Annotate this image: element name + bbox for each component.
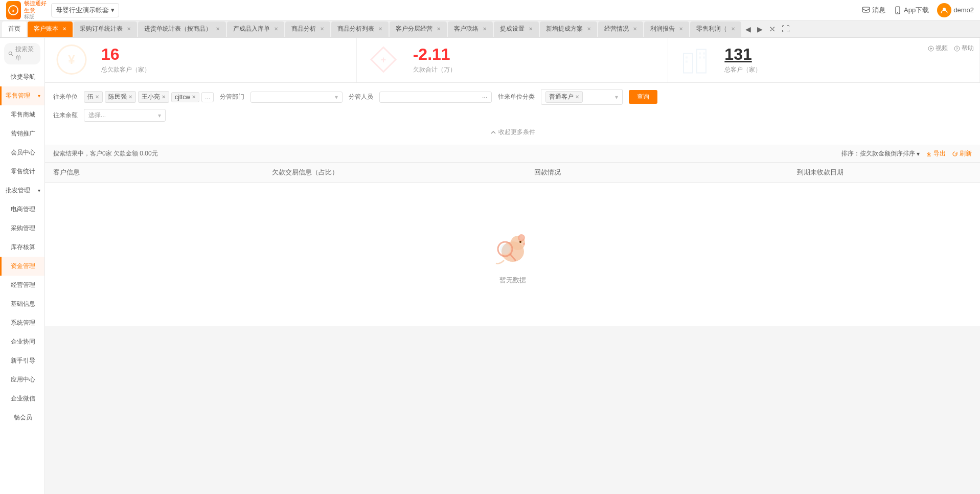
collapse-label: 收起更多条件 <box>498 128 535 137</box>
filter-tag-cjttcw[interactable]: cjttcw ✕ <box>171 92 199 102</box>
tag-close-icon[interactable]: ✕ <box>162 94 166 100</box>
tab-close-icon[interactable]: ✕ <box>274 26 278 32</box>
sidebar-item-operations[interactable]: 经营管理 <box>0 276 44 295</box>
sidebar-item-app-center[interactable]: 应用中心 <box>0 370 44 389</box>
tag-close-icon[interactable]: ✕ <box>575 94 579 100</box>
stat-info-debt-total: -2.11 欠款合计（万） <box>413 46 456 74</box>
sidebar-search-placeholder: 搜索菜单 <box>15 45 36 62</box>
tab-customer-ledger[interactable]: 客户账本 ✕ <box>28 21 73 37</box>
refresh-label: 刷新 <box>960 149 972 158</box>
tab-close-icon[interactable]: ✕ <box>731 26 735 32</box>
tab-business-status[interactable]: 经营情况 ✕ <box>598 21 643 37</box>
sidebar-item-member[interactable]: 会员中心 <box>0 143 44 162</box>
filter-tag-wang[interactable]: 王小亮 ✕ <box>138 91 169 103</box>
refresh-button[interactable]: 刷新 <box>952 149 972 158</box>
tab-nav-prev[interactable]: ◀ <box>742 25 754 33</box>
sidebar-search-area: 搜索菜单 <box>0 38 44 68</box>
filter-tag-wu[interactable]: 伍 ✕ <box>84 91 103 103</box>
tab-inbound-stats[interactable]: 进货单统计表（按商品） ✕ <box>138 21 226 37</box>
tab-close-icon[interactable]: ✕ <box>378 26 382 32</box>
tab-close-icon[interactable]: ✕ <box>633 26 637 32</box>
tab-product-inbound[interactable]: 产成品入库单 ✕ <box>227 21 284 37</box>
tab-customer-contact[interactable]: 客户联络 ✕ <box>448 21 493 37</box>
sidebar-item-basic-info[interactable]: 基础信息 <box>0 295 44 313</box>
account-selector[interactable]: 母婴行业演示帐套 ▾ <box>51 3 119 17</box>
chevron-down-icon: ▾ <box>335 94 338 101</box>
tab-close-icon[interactable]: ✕ <box>127 26 131 32</box>
export-button[interactable]: 导出 <box>926 149 946 158</box>
svg-text:¥: ¥ <box>68 52 75 66</box>
tab-product-analysis[interactable]: 商品分析 ✕ <box>285 21 330 37</box>
filter-dept-select[interactable]: ▾ <box>250 92 343 103</box>
tab-close-icon[interactable]: ✕ <box>62 26 66 32</box>
table-header: 客户信息 欠款交易信息（占比） 回款情况 到期未收款日期 <box>45 163 980 183</box>
tab-business-status-label: 经营情况 <box>604 25 629 33</box>
sidebar-item-system[interactable]: 系统管理 <box>0 313 44 332</box>
chevron-icon: ▾ <box>38 188 40 193</box>
app-download-button[interactable]: App下载 <box>894 6 929 15</box>
tab-nav-next[interactable]: ▶ <box>754 25 766 33</box>
user-menu[interactable]: demo2 <box>937 3 974 17</box>
sort-dropdown[interactable]: 排序：按欠款金额倒序排序 ▾ <box>841 149 920 158</box>
video-label: 视频 <box>936 44 948 53</box>
filter-unit-type-select[interactable]: 普通客户 ✕ ▾ <box>541 89 623 105</box>
sidebar-item-retail[interactable]: 零售管理 ▾ <box>0 86 44 105</box>
tab-add-commission[interactable]: 新增提成方案 ✕ <box>540 21 597 37</box>
tab-home[interactable]: 首页 <box>2 21 27 37</box>
tag-close-icon[interactable]: ✕ <box>192 94 196 100</box>
help-label: 帮助 <box>962 44 974 53</box>
tab-fullscreen[interactable]: ⛶ <box>779 25 793 34</box>
tab-product-analysis-list[interactable]: 商品分析列表 ✕ <box>331 21 389 37</box>
tab-close-icon[interactable]: ✕ <box>437 26 441 32</box>
tab-customer-tier-label: 客户分层经营 <box>396 25 432 33</box>
tab-close-icon[interactable]: ✕ <box>587 26 591 32</box>
sidebar-item-enterprise[interactable]: 企业协同 <box>0 332 44 351</box>
filter-balance-placeholder: 选择... <box>88 111 106 120</box>
filter-balance-label: 往来余额 <box>53 111 78 120</box>
filter-unit-type-tag[interactable]: 普通客户 ✕ <box>545 91 583 103</box>
filter-tag-label: 伍 <box>87 93 94 101</box>
message-button[interactable]: 消息 <box>862 6 885 15</box>
tag-close-icon[interactable]: ✕ <box>128 94 132 100</box>
tab-customer-ledger-label: 客户账本 <box>34 25 58 33</box>
filter-balance-select[interactable]: 选择... ▾ <box>84 109 166 122</box>
tab-close-icon[interactable]: ✕ <box>320 26 324 32</box>
tab-customer-tier[interactable]: 客户分层经营 ✕ <box>390 21 447 37</box>
sidebar-item-retail-mall[interactable]: 零售商城 <box>0 105 44 124</box>
stat-info-total-customers: 131 总客户（家） <box>724 46 761 74</box>
filter-tag-chen[interactable]: 陈民强 ✕ <box>105 91 136 103</box>
query-button[interactable]: 查询 <box>629 90 657 104</box>
sidebar-item-ecommerce[interactable]: 电商管理 <box>0 200 44 219</box>
tab-close-icon[interactable]: ✕ <box>529 26 533 32</box>
sidebar-item-finance[interactable]: 资金管理 <box>0 257 44 276</box>
empty-icon <box>490 223 536 270</box>
tab-nav-close-all[interactable]: ⤬ <box>766 24 779 34</box>
tab-commission-settings[interactable]: 提成设置 ✕ <box>494 21 539 37</box>
sidebar-item-quick-nav[interactable]: 快捷导航 <box>0 68 44 86</box>
sidebar-item-label: 零售统计 <box>11 168 35 175</box>
sidebar-item-wholesale[interactable]: 批发管理 ▾ <box>0 181 44 200</box>
tab-retail-profit[interactable]: 零售利润（ ✕ <box>690 21 741 37</box>
tab-close-icon[interactable]: ✕ <box>483 26 487 32</box>
video-button[interactable]: 视频 <box>928 44 948 53</box>
header-center: 母婴行业演示帐套 ▾ <box>51 3 862 17</box>
sidebar-item-newbie[interactable]: 新手引导 <box>0 351 44 370</box>
collapse-button[interactable]: 收起更多条件 <box>53 126 972 139</box>
sidebar-item-marketing[interactable]: 营销推广 <box>0 124 44 143</box>
filter-more-button[interactable]: ... <box>201 92 214 102</box>
tab-close-icon[interactable]: ✕ <box>216 26 220 32</box>
more-options-icon: ··· <box>482 94 487 101</box>
sidebar-item-vip-member[interactable]: 畅会员 <box>0 408 44 427</box>
sidebar-item-purchase[interactable]: 采购管理 <box>0 219 44 238</box>
tab-purchase-order[interactable]: 采购订单统计表 ✕ <box>74 21 137 37</box>
tab-close-icon[interactable]: ✕ <box>679 26 683 32</box>
filter-person-select[interactable]: ··· <box>379 92 492 103</box>
help-button[interactable]: ? 帮助 <box>954 44 974 53</box>
tag-close-icon[interactable]: ✕ <box>95 94 99 100</box>
tab-profit-report[interactable]: 利润报告 ✕ <box>644 21 689 37</box>
svg-rect-17 <box>703 52 705 54</box>
sidebar-item-retail-stats[interactable]: 零售统计 <box>0 162 44 181</box>
sidebar-search-box[interactable]: 搜索菜单 <box>4 43 40 64</box>
sidebar-item-inventory[interactable]: 库存核算 <box>0 238 44 257</box>
sidebar-item-wechat[interactable]: 企业微信 <box>0 389 44 408</box>
